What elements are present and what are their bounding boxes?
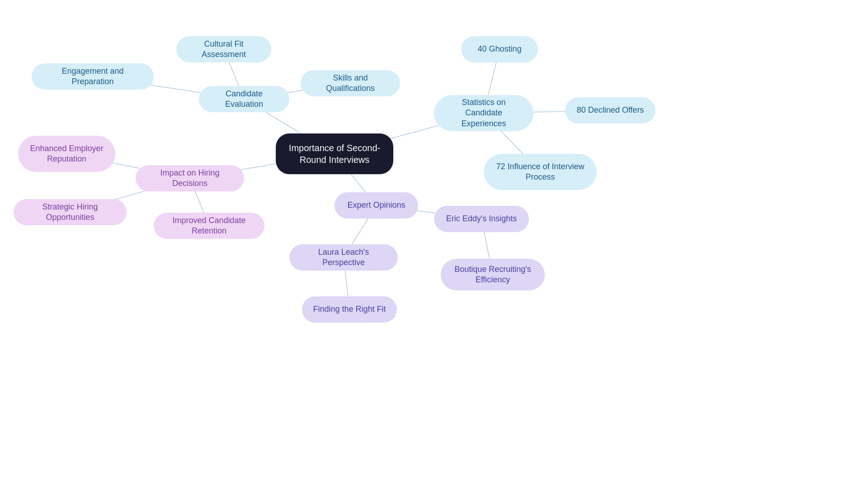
laura-leach-node: Laura Leach's Perspective [289, 244, 398, 271]
candidate-evaluation-label: Candidate Evaluation [209, 89, 279, 110]
influence-interview-process-node: 72 Influence of Interview Process [484, 154, 597, 190]
ghosting-label: 40 Ghosting [477, 44, 521, 54]
improved-candidate-retention-node: Improved Candidate Retention [154, 213, 264, 239]
center-label: Importance of Second-Round Interviews [286, 142, 383, 166]
impact-on-hiring-node: Impact on Hiring Decisions [136, 165, 244, 191]
engagement-and-prep-node: Engagement and Preparation [32, 63, 154, 90]
declined-offers-label: 80 Declined Offers [577, 105, 644, 115]
influence-interview-process-label: 72 Influence of Interview Process [494, 162, 587, 183]
statistics-candidate-exp-label: Statistics on Candidate Experiences [444, 97, 524, 129]
improved-candidate-retention-label: Improved Candidate Retention [164, 215, 255, 237]
skills-and-qualifications-node: Skills and Qualifications [301, 70, 400, 96]
cultural-fit-assessment-node: Cultural Fit Assessment [176, 36, 271, 62]
candidate-evaluation-node: Candidate Evaluation [199, 86, 289, 112]
laura-leach-label: Laura Leach's Perspective [299, 247, 388, 268]
finding-right-fit-label: Finding the Right Fit [313, 304, 386, 314]
strategic-hiring-opp-node: Strategic Hiring Opportunities [14, 199, 127, 225]
boutique-recruiting-label: Boutique Recruiting's Efficiency [451, 264, 535, 285]
center-node: Importance of Second-Round Interviews [276, 133, 393, 174]
ghosting-node: 40 Ghosting [461, 36, 538, 62]
skills-and-qualifications-label: Skills and Qualifications [311, 73, 390, 94]
finding-right-fit-node: Finding the Right Fit [302, 296, 397, 323]
statistics-candidate-exp-node: Statistics on Candidate Experiences [434, 95, 533, 131]
enhanced-employer-rep-label: Enhanced Employer Reputation [28, 143, 105, 165]
declined-offers-node: 80 Declined Offers [565, 97, 656, 124]
strategic-hiring-opp-label: Strategic Hiring Opportunities [24, 202, 117, 223]
boutique-recruiting-node: Boutique Recruiting's Efficiency [441, 259, 545, 290]
expert-opinions-node: Expert Opinions [335, 192, 418, 219]
impact-on-hiring-label: Impact on Hiring Decisions [146, 168, 234, 189]
eric-eddy-node: Eric Eddy's Insights [434, 206, 529, 232]
enhanced-employer-rep-node: Enhanced Employer Reputation [18, 136, 115, 172]
engagement-and-prep-label: Engagement and Preparation [42, 66, 144, 87]
eric-eddy-label: Eric Eddy's Insights [446, 214, 517, 224]
expert-opinions-label: Expert Opinions [347, 200, 405, 210]
cultural-fit-assessment-label: Cultural Fit Assessment [186, 39, 261, 60]
